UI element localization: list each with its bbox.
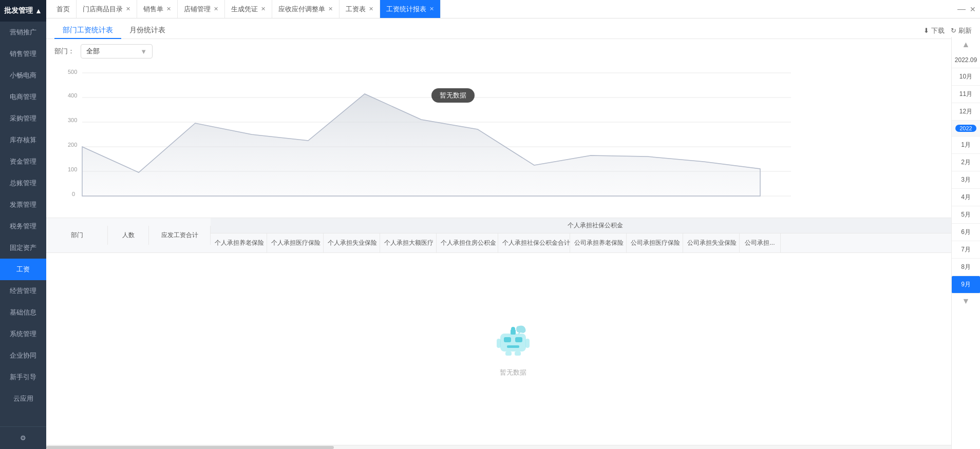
tab-voucher[interactable]: 生成凭证 ✕ xyxy=(225,0,272,18)
sidebar-item-kchsn[interactable]: 库存核算 xyxy=(0,129,46,151)
th-grp-1: 个人承担医疗保险 xyxy=(267,233,324,252)
svg-text:0: 0 xyxy=(72,191,75,197)
tab-sales[interactable]: 销售单 ✕ xyxy=(137,0,178,18)
sidebar-item-cggl[interactable]: 采购管理 xyxy=(0,108,46,129)
sidebar-settings[interactable]: ⚙ xyxy=(0,426,46,449)
date-sep-active[interactable]: 9月 xyxy=(952,276,980,294)
th-grp-2: 个人承担失业保险 xyxy=(324,233,380,252)
close-icon[interactable]: ✕ xyxy=(166,6,171,12)
tab-payroll[interactable]: 工资表 ✕ xyxy=(340,0,380,18)
sidebar-item-jygl[interactable]: 经营管理 xyxy=(0,280,46,302)
sub-tab-month[interactable]: 月份统计表 xyxy=(121,23,174,39)
empty-state: 暂无数据 xyxy=(46,253,980,445)
sidebar-item-xcdsc[interactable]: 小畅电商 xyxy=(0,65,46,86)
sidebar-item-jcxx[interactable]: 基础信息 xyxy=(0,302,46,323)
tab-shop-mgmt[interactable]: 店铺管理 ✕ xyxy=(178,0,225,18)
chevron-down-icon: ▼ xyxy=(140,48,147,55)
filter-row: 部门： 全部 ▼ xyxy=(46,39,980,64)
table-area: 部门 人数 应发工资合计 个人承担社保公积金 个人承担养老保险 个人承担医疗保险 xyxy=(46,218,980,449)
sidebar-item-yyyg[interactable]: 云应用 xyxy=(0,388,46,409)
sidebar-item-gz[interactable]: 工资 xyxy=(0,259,46,280)
th-count: 人数 xyxy=(108,226,149,245)
close-icon[interactable]: ✕ xyxy=(369,6,373,12)
svg-point-18 xyxy=(511,327,515,331)
svg-rect-13 xyxy=(500,334,526,352)
tab-store-catalog[interactable]: 门店商品目录 ✕ xyxy=(77,0,137,18)
date-jan[interactable]: 1月 xyxy=(952,136,980,154)
date-jul[interactable]: 7月 xyxy=(952,241,980,259)
sidebar-item-dscgl[interactable]: 电商管理 xyxy=(0,86,46,108)
gear-icon: ⚙ xyxy=(20,434,26,442)
date-dec[interactable]: 12月 xyxy=(952,103,980,121)
date-down-arrow[interactable]: ▼ xyxy=(959,294,973,309)
th-grp-3: 个人承担大额医疗 xyxy=(380,233,437,252)
download-button[interactable]: ⬇ 下载 xyxy=(924,26,945,35)
th-grp-7: 公司承担医疗保险 xyxy=(627,233,683,252)
sidebar-item-zjgl[interactable]: 资金管理 xyxy=(0,151,46,172)
area-chart: 0 100 200 300 400 500 xyxy=(56,69,970,202)
content-area: 部门工资统计表 月份统计表 ⬇ 下载 ↻ 刷新 部门： 全部 ▼ xyxy=(46,18,980,449)
date-feb[interactable]: 2月 xyxy=(952,154,980,171)
svg-rect-19 xyxy=(497,339,501,348)
th-group-header: 个人承担社保公积金 xyxy=(211,218,979,233)
tab-bar: 首页 门店商品目录 ✕ 销售单 ✕ 店铺管理 ✕ 生成凭证 ✕ 应收应付调整单 … xyxy=(46,0,980,18)
close-icon[interactable]: ✕ xyxy=(214,6,218,12)
svg-text:300: 300 xyxy=(68,117,77,123)
date-up-arrow[interactable]: ▲ xyxy=(959,37,973,52)
sidebar: 批发管理 ▲ 营销推广 销售管理 小畅电商 电商管理 采购管理 库存核算 资金管… xyxy=(0,0,46,449)
date-year-2022: 2022 xyxy=(952,121,980,136)
date-mar[interactable]: 3月 xyxy=(952,171,980,189)
th-grp-9: 公司承担... xyxy=(740,233,781,252)
date-aug[interactable]: 8月 xyxy=(952,259,980,276)
sidebar-item-xsgl[interactable]: 销售管理 xyxy=(0,43,46,65)
sidebar-title: 批发管理 xyxy=(4,6,33,15)
th-grp-4: 个人承担住房公积金 xyxy=(437,233,498,252)
dept-select[interactable]: 全部 ▼ xyxy=(81,44,153,58)
th-grp-5: 个人承担社保公积金合计 xyxy=(498,233,570,252)
close-icon[interactable]: ✕ xyxy=(328,6,333,12)
svg-rect-22 xyxy=(515,352,521,356)
empty-text: 暂无数据 xyxy=(500,368,526,377)
date-may[interactable]: 5月 xyxy=(952,206,980,224)
refresh-button[interactable]: ↻ 刷新 xyxy=(951,26,972,35)
date-jun[interactable]: 6月 xyxy=(952,224,980,241)
sidebar-arrow: ▲ xyxy=(35,7,42,15)
th-dept: 部门 xyxy=(46,226,108,245)
sidebar-header[interactable]: 批发管理 ▲ xyxy=(0,0,46,22)
tab-home[interactable]: 首页 xyxy=(50,0,77,18)
tab-ar-ap[interactable]: 应收应付调整单 ✕ xyxy=(272,0,340,18)
toolbar-actions: ⬇ 下载 ↻ 刷新 xyxy=(924,26,972,35)
svg-rect-14 xyxy=(504,337,511,342)
date-panel: ▲ 2022.09 10月 11月 12月 2022 1月 2月 xyxy=(951,37,980,449)
close-icon[interactable]: ✕ xyxy=(429,6,434,12)
sidebar-item-xtgl[interactable]: 系统管理 xyxy=(0,323,46,345)
sub-tab-bar: 部门工资统计表 月份统计表 ⬇ 下载 ↻ 刷新 xyxy=(46,18,980,39)
close-icon[interactable]: ✕ xyxy=(126,6,130,12)
svg-text:500: 500 xyxy=(68,69,77,75)
svg-text:400: 400 xyxy=(68,92,77,99)
svg-text:100: 100 xyxy=(68,166,77,172)
svg-rect-15 xyxy=(515,337,522,342)
sidebar-item-qyxt[interactable]: 企业协同 xyxy=(0,345,46,366)
date-nov[interactable]: 11月 xyxy=(952,86,980,103)
date-2022-09[interactable]: 2022.09 xyxy=(952,52,980,68)
sub-tab-dept[interactable]: 部门工资统计表 xyxy=(54,23,121,39)
h-scrollbar-thumb[interactable] xyxy=(46,446,334,449)
date-apr[interactable]: 4月 xyxy=(952,189,980,206)
sidebar-item-yxtt[interactable]: 营销推广 xyxy=(0,22,46,43)
window-close[interactable]: ✕ xyxy=(970,5,976,13)
refresh-icon: ↻ xyxy=(951,27,956,34)
svg-text:200: 200 xyxy=(68,142,77,148)
date-oct[interactable]: 10月 xyxy=(952,68,980,86)
window-minimize[interactable]: — xyxy=(957,5,966,14)
th-grp-8: 公司承担失业保险 xyxy=(683,233,740,252)
th-grp-6: 公司承担养老保险 xyxy=(570,233,627,252)
sidebar-item-swgl[interactable]: 税务管理 xyxy=(0,216,46,237)
close-icon[interactable]: ✕ xyxy=(261,6,266,12)
tab-payroll-report[interactable]: 工资统计报表 ✕ xyxy=(380,0,441,18)
sidebar-item-fpgl[interactable]: 发票管理 xyxy=(0,194,46,216)
svg-rect-20 xyxy=(525,339,530,348)
sidebar-item-xsyd[interactable]: 新手引导 xyxy=(0,366,46,388)
sidebar-item-gdzcx[interactable]: 固定资产 xyxy=(0,237,46,259)
sidebar-item-zzgl[interactable]: 总账管理 xyxy=(0,172,46,194)
